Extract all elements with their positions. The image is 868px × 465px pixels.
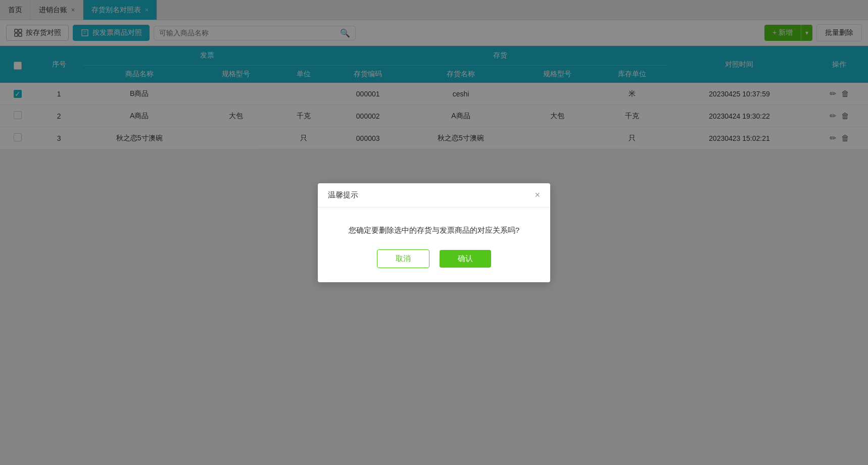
modal-overlay: 温馨提示 × 您确定要删除选中的存货与发票商品的对应关系吗? 取消 确认 — [0, 0, 868, 149]
